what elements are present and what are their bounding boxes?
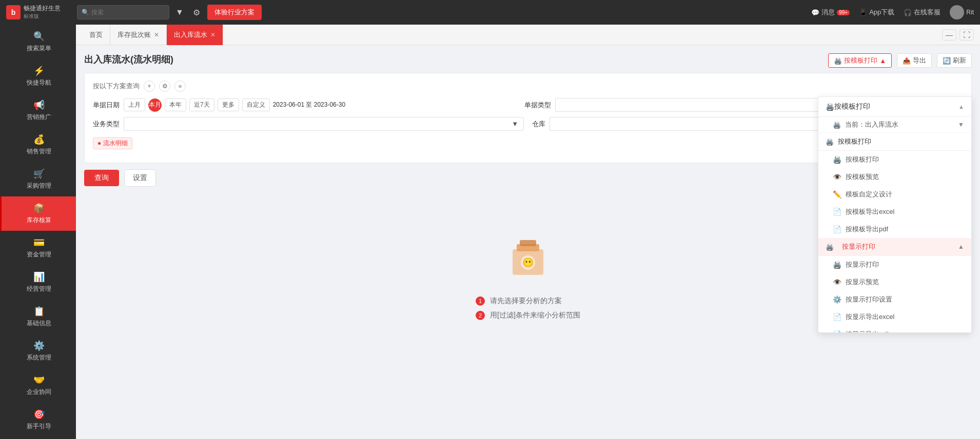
- user-menu[interactable]: Rit: [950, 5, 974, 19]
- display-settings-item[interactable]: ⚙️ 按显示打印设置: [818, 291, 971, 308]
- sidebar-item-sales[interactable]: 💰 销售管理: [0, 128, 76, 162]
- date-btn-7days[interactable]: 近7天: [189, 98, 214, 111]
- tab-flow[interactable]: 出入库流水 ✕: [167, 25, 223, 45]
- search-icon: 🔍: [82, 9, 89, 16]
- tab-flow-close[interactable]: ✕: [210, 31, 215, 38]
- tag-label: 流水明细: [103, 139, 128, 148]
- headset-icon: 🎧: [904, 9, 912, 16]
- template-custom-icon: ✏️: [833, 190, 841, 198]
- sidebar-item-purchase[interactable]: 🛒 采购管理: [0, 162, 76, 196]
- sidebar-item-operation[interactable]: 📊 经营管理: [0, 265, 76, 300]
- sidebar-item-quicknav[interactable]: ⚡ 快捷导航: [0, 59, 76, 93]
- display-pdf-item[interactable]: 📄 按显示导出pdf: [818, 326, 971, 332]
- sidebar-label-operation: 经营管理: [27, 285, 51, 293]
- header-gear-icon[interactable]: ⚙: [190, 7, 203, 18]
- sidebar-item-appstore[interactable]: 🏪 应用中心: [0, 437, 76, 439]
- template-print-label: 按模板打印: [838, 137, 871, 146]
- message-badge: 99+: [837, 10, 850, 15]
- print-template-button[interactable]: 🖨️ 按模板打印 ▲: [828, 53, 892, 68]
- message-button[interactable]: 💬 消息 99+: [811, 8, 850, 17]
- display-preview-item[interactable]: 👁️ 按显示预览: [818, 273, 971, 291]
- industry-button[interactable]: 体验行业方案: [207, 5, 262, 20]
- biz-type-field: 业务类型 ▼: [93, 117, 524, 131]
- display-excel-item[interactable]: 📄 按显示导出excel: [818, 308, 971, 326]
- date-btn-last-month[interactable]: 上月: [124, 98, 145, 111]
- export-button[interactable]: 📤 导出: [897, 53, 932, 68]
- message-label: 消息: [821, 8, 835, 17]
- sidebar-item-basic[interactable]: 📋 基础信息: [0, 300, 76, 334]
- edition-label: 标准版: [24, 13, 61, 20]
- current-icon: 🖨️: [833, 121, 841, 129]
- print-template-label: 按模板打印: [844, 56, 877, 65]
- online-service-button[interactable]: 🎧 在线客服: [904, 8, 940, 17]
- filter-add-button[interactable]: +: [144, 81, 155, 92]
- logo-icon: b: [6, 5, 21, 19]
- dropdown-print-icon: 🖨️: [826, 103, 834, 111]
- sidebar-item-search[interactable]: 🔍 搜索菜单: [0, 25, 76, 59]
- template-pdf-label: 按模板导出pdf: [846, 225, 888, 234]
- display-pdf-icon: 📄: [833, 330, 841, 332]
- dropdown-current[interactable]: 🖨️ 当前：出入库流水 ▼: [818, 117, 971, 133]
- biz-type-select[interactable]: ▼: [124, 117, 524, 131]
- settings-button[interactable]: 设置: [124, 169, 156, 187]
- filter-header: 按以下方案查询 + ⚙ «: [93, 81, 963, 92]
- username-label: Rit: [966, 9, 974, 16]
- query-button[interactable]: 查询: [84, 170, 119, 186]
- sidebar-label-search: 搜索菜单: [27, 44, 51, 53]
- water-tag[interactable]: ● 流水明细: [93, 137, 132, 149]
- date-btn-custom[interactable]: 自定义: [242, 98, 270, 111]
- template-preview-item[interactable]: 👁️ 按模板预览: [818, 168, 971, 186]
- search-dropdown-icon[interactable]: ▼: [173, 7, 186, 18]
- sidebar-item-marketing[interactable]: 📢 营销推广: [0, 93, 76, 128]
- tab-flow-label: 出入库流水: [174, 30, 207, 39]
- app-download-button[interactable]: 📱 App下载: [859, 8, 894, 17]
- display-section-chevron: ▲: [958, 243, 964, 250]
- date-btn-this-month[interactable]: 本月: [148, 98, 162, 112]
- dropdown-collapse-icon[interactable]: ▲: [958, 104, 964, 110]
- sidebar-item-newbie[interactable]: 🎯 新手引导: [0, 403, 76, 437]
- tab-home[interactable]: 首页: [82, 25, 110, 45]
- search-input[interactable]: [91, 9, 165, 16]
- tab-maximize-button[interactable]: ⛶: [959, 29, 974, 41]
- display-pdf-label: 按显示导出pdf: [846, 330, 888, 332]
- sidebar-item-inventory[interactable]: 📦 库存核算: [0, 196, 76, 231]
- newbie-icon: 🎯: [33, 409, 45, 420]
- tab-batch[interactable]: 库存批次账 ✕: [110, 25, 167, 45]
- filter-collapse-button[interactable]: «: [174, 81, 186, 92]
- sidebar-item-collab[interactable]: 🤝 企业协同: [0, 368, 76, 403]
- template-excel-item[interactable]: 📄 按模板导出excel: [818, 203, 971, 221]
- template-custom-item[interactable]: ✏️ 模板自定义设计: [818, 186, 971, 203]
- sidebar-item-system[interactable]: ⚙️ 系统管理: [0, 334, 76, 368]
- export-icon: 📤: [903, 57, 911, 65]
- display-print-section-icon: 🖨️: [826, 243, 834, 251]
- display-print-item[interactable]: 🖨️ 按显示打印: [818, 256, 971, 273]
- template-pdf-item[interactable]: 📄 按模板导出pdf: [818, 221, 971, 238]
- header-search-box[interactable]: 🔍: [77, 5, 169, 19]
- sidebar-item-finance[interactable]: 💳 资金管理: [0, 231, 76, 265]
- current-label: 当前：出入库流水: [845, 120, 898, 129]
- page-content: 出入库流水(流水明细) 🖨️ 按模板打印 ▲ 📤 导出 🔄 刷新: [76, 45, 980, 439]
- sidebar-label-collab: 企业协同: [27, 388, 51, 396]
- marketing-icon: 📢: [33, 99, 45, 111]
- empty-tip-2: 2 用[过滤]条件来缩小分析范围: [476, 308, 580, 322]
- sidebar-label-basic: 基础信息: [27, 319, 51, 328]
- display-print-icon: 🖨️: [833, 261, 841, 269]
- template-print-section[interactable]: 🖨️ 按模板打印: [818, 133, 971, 151]
- operation-icon: 📊: [33, 271, 45, 283]
- template-print-item[interactable]: 🖨️ 按模板打印: [818, 151, 971, 168]
- display-settings-icon: ⚙️: [833, 295, 841, 304]
- date-btn-more[interactable]: 更多: [218, 98, 239, 111]
- tab-minimize-button[interactable]: —: [942, 29, 956, 41]
- tab-batch-close[interactable]: ✕: [154, 31, 159, 38]
- filter-settings-button[interactable]: ⚙: [159, 81, 170, 92]
- date-btn-this-year[interactable]: 本年: [165, 98, 186, 111]
- print-chevron-icon: ▲: [879, 57, 886, 65]
- sales-icon: 💰: [33, 134, 45, 145]
- display-print-label: 按显示打印: [846, 260, 879, 269]
- refresh-button[interactable]: 🔄 刷新: [937, 53, 972, 68]
- template-pdf-icon: 📄: [833, 225, 841, 233]
- display-excel-icon: 📄: [833, 313, 841, 321]
- tab-batch-label: 库存批次账: [117, 30, 151, 39]
- template-print-item-icon: 🖨️: [833, 155, 841, 164]
- display-print-section[interactable]: 🖨️ 按显示打印 ▲: [818, 238, 971, 256]
